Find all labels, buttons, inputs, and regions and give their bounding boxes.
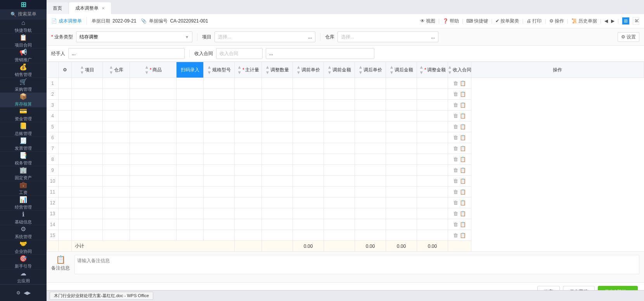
sidebar-item-corp-collab[interactable]: 🤝 企业协同 [0,240,47,255]
delete-icon[interactable]: 🗑 [453,211,458,216]
table-cell[interactable] [72,143,103,154]
table-cell[interactable] [72,121,103,132]
table-cell[interactable] [204,78,235,89]
table-cell[interactable] [130,78,177,89]
table-cell[interactable] [103,132,130,143]
table-cell[interactable] [324,111,355,121]
table-cell[interactable] [72,165,103,176]
table-cell[interactable] [177,132,204,143]
sidebar-item-basic-info[interactable]: ℹ 基础信息 [0,211,47,225]
table-cell[interactable] [386,187,417,197]
operations-button[interactable]: ⚙ 操作 [549,18,564,24]
copy-icon[interactable]: 📋 [460,156,466,162]
table-cell[interactable] [324,121,355,132]
delete-icon[interactable]: 🗑 [453,80,458,86]
nav-prev-button[interactable]: ◀ [604,18,608,24]
table-cell[interactable] [417,219,448,230]
table-cell[interactable] [204,187,235,197]
table-cell[interactable] [324,187,355,197]
table-cell[interactable] [386,100,417,111]
copy-icon[interactable]: 📋 [460,211,466,216]
table-cell[interactable] [235,165,262,176]
table-cell[interactable] [324,78,355,89]
sidebar-item-sales-promo[interactable]: 📢 营销推广 [0,48,47,63]
copy-icon[interactable]: 📋 [460,200,466,206]
table-cell[interactable] [386,219,417,230]
table-cell[interactable] [386,154,417,165]
table-cell[interactable] [324,100,355,111]
table-cell[interactable] [417,89,448,100]
table-cell[interactable] [386,208,417,219]
table-cell[interactable] [72,78,103,89]
table-cell[interactable] [262,187,293,197]
table-cell[interactable] [324,154,355,165]
table-cell[interactable] [417,165,448,176]
table-cell[interactable] [355,111,386,121]
delete-icon[interactable]: 🗑 [453,200,458,206]
table-cell[interactable] [417,111,448,121]
delete-icon[interactable]: 🗑 [453,91,458,97]
table-cell[interactable] [386,111,417,121]
table-cell[interactable] [293,154,324,165]
table-cell[interactable] [293,219,324,230]
copy-icon[interactable]: 📋 [460,91,466,97]
settings-button[interactable]: ⚙ 设置 [618,32,639,42]
table-cell[interactable] [204,89,235,100]
table-cell[interactable] [235,100,262,111]
sidebar-item-new-guide[interactable]: 🎯 新手引导 [0,255,47,270]
table-cell[interactable] [59,230,72,241]
sidebar-item-cloud-app[interactable]: ☁ 云应用 [0,270,47,284]
table-cell[interactable] [204,208,235,219]
table-cell[interactable] [130,208,177,219]
table-cell[interactable] [103,89,130,100]
table-cell[interactable] [130,111,177,121]
delete-icon[interactable]: 🗑 [453,156,458,162]
table-cell[interactable] [324,89,355,100]
table-cell[interactable] [177,165,204,176]
table-cell[interactable] [204,230,235,241]
table-cell[interactable] [103,219,130,230]
table-cell[interactable] [103,111,130,121]
sidebar-item-invoice-mgmt[interactable]: 🧾 发票管理 [0,137,47,152]
table-cell[interactable] [103,176,130,187]
table-cell[interactable] [204,132,235,143]
table-cell[interactable] [235,78,262,89]
table-cell[interactable] [355,143,386,154]
table-cell[interactable] [262,100,293,111]
view-button[interactable]: 👁 视图 [420,18,435,24]
table-cell[interactable] [204,176,235,187]
table-cell[interactable] [204,219,235,230]
delete-icon[interactable]: 🗑 [453,102,458,108]
table-cell[interactable] [59,187,72,197]
table-cell[interactable] [59,143,72,154]
table-cell[interactable] [130,230,177,241]
table-cell[interactable] [262,132,293,143]
table-cell[interactable] [293,132,324,143]
table-cell[interactable] [293,176,324,187]
table-cell[interactable] [417,154,448,165]
table-cell[interactable] [417,143,448,154]
table-cell[interactable] [235,208,262,219]
table-cell[interactable] [177,208,204,219]
table-cell[interactable] [355,197,386,208]
tab-cost-adjust[interactable]: 成本调整单 ✕ [69,2,111,14]
delete-icon[interactable]: 🗑 [453,167,458,173]
table-cell[interactable] [293,111,324,121]
table-cell[interactable] [417,187,448,197]
copy-icon[interactable]: 📋 [460,145,466,151]
table-cell[interactable] [130,121,177,132]
copy-icon[interactable]: 📋 [460,178,466,184]
tab-home[interactable]: 首页 [47,2,68,14]
table-cell[interactable] [417,100,448,111]
table-cell[interactable] [59,121,72,132]
table-cell[interactable] [177,100,204,111]
sidebar-item-fixed-assets[interactable]: 🏢 固定资产 [0,166,47,181]
table-cell[interactable] [355,89,386,100]
table-cell[interactable] [59,154,72,165]
delete-icon[interactable]: 🗑 [453,221,458,227]
table-cell[interactable] [72,197,103,208]
notes-input[interactable] [74,255,639,274]
table-cell[interactable] [177,230,204,241]
copy-icon[interactable]: 📋 [460,167,466,173]
table-cell[interactable] [235,121,262,132]
